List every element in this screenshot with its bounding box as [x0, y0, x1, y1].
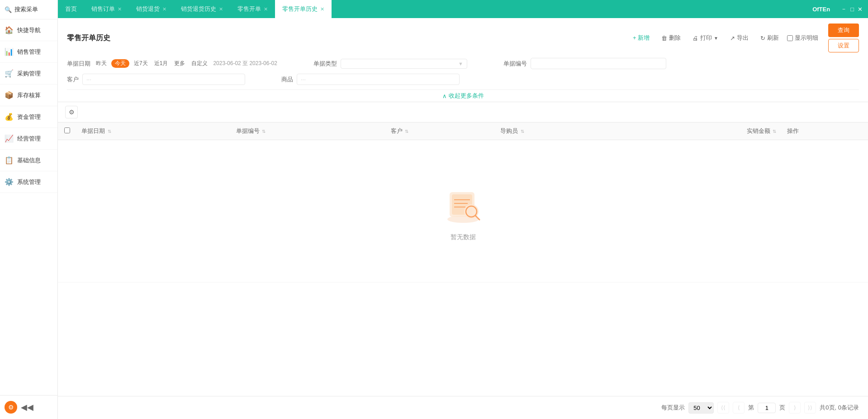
- sort-guide-icon[interactable]: ⇅: [521, 129, 524, 134]
- table-container: ⚙ 单据日期 ⇅ 单据编号 ⇅ 客户: [58, 102, 868, 396]
- header-checkbox-col: [58, 122, 76, 140]
- doc-icon: 📋: [5, 156, 14, 165]
- page-header: 零售开单历史 + 新增 🗑 删除 🖨 打印 ▼ ↗ 导出: [58, 18, 868, 102]
- tab-sales-return-history[interactable]: 销货退货历史 ✕: [174, 0, 230, 18]
- order-no-filter-label: 单据编号: [503, 60, 527, 68]
- tab-retail-history-close[interactable]: ✕: [320, 6, 324, 12]
- sidebar-item-label: 采购管理: [17, 70, 41, 78]
- per-page-label: 每页显示: [661, 404, 685, 412]
- sidebar-collapse-button[interactable]: ◀◀: [21, 402, 33, 412]
- tab-retail-open-close[interactable]: ✕: [264, 6, 268, 12]
- chart-icon: 📊: [5, 47, 14, 56]
- collapse-label: 收起更多条件: [449, 92, 484, 100]
- refresh-icon: ↻: [760, 35, 765, 42]
- page-title-row: 零售开单历史 + 新增 🗑 删除 🖨 打印 ▼ ↗ 导出: [67, 24, 859, 52]
- date-shortcut-custom[interactable]: 自定义: [190, 59, 209, 68]
- per-page-select[interactable]: 50 10 20 100: [688, 402, 714, 414]
- print-button[interactable]: 🖨 打印 ▼: [689, 32, 722, 44]
- sort-date-icon[interactable]: ⇅: [108, 129, 111, 134]
- customer-filter-label: 客户: [67, 75, 79, 84]
- sidebar-item-purchase-mgmt[interactable]: 🛒 采购管理: [0, 63, 57, 85]
- export-button[interactable]: ↗ 导出: [726, 32, 752, 44]
- print-icon: 🖨: [693, 35, 698, 42]
- sort-customer-icon[interactable]: ⇅: [405, 129, 408, 134]
- date-shortcut-7days[interactable]: 近7天: [132, 59, 150, 68]
- sidebar-item-sales-mgmt[interactable]: 📊 销售管理: [0, 41, 57, 63]
- sidebar-search[interactable]: 🔍 搜索采单: [0, 0, 57, 19]
- gear-icon: ⚙️: [5, 178, 14, 186]
- filter-row-1: 单据日期 昨天 今天 近7天 近1月 更多 自定义 2023-06-02 至 2…: [67, 58, 859, 69]
- last-page-button[interactable]: ⟩⟩: [804, 402, 816, 414]
- collapse-more[interactable]: ∧ 收起更多条件: [67, 89, 859, 102]
- export-label: 导出: [737, 34, 749, 42]
- tab-sales-return-close[interactable]: ✕: [162, 6, 166, 12]
- table-settings-button[interactable]: ⚙: [65, 106, 78, 118]
- first-page-button[interactable]: ⟨⟨: [717, 402, 729, 414]
- tab-sales-return-history-label: 销货退货历史: [181, 5, 216, 13]
- filter-area: 单据日期 昨天 今天 近7天 近1月 更多 自定义 2023-06-02 至 2…: [67, 58, 859, 102]
- date-shortcut-today[interactable]: 今天: [111, 59, 129, 68]
- sidebar-item-sys-mgmt[interactable]: ⚙️ 系统管理: [0, 171, 57, 193]
- refresh-button[interactable]: ↻ 刷新: [757, 32, 783, 44]
- customer-select[interactable]: ···: [82, 74, 245, 85]
- customer-placeholder: ···: [86, 76, 91, 83]
- sidebar-item-inventory[interactable]: 📦 库存核算: [0, 85, 57, 106]
- tab-sales-order[interactable]: 销售订单 ✕: [84, 0, 129, 18]
- date-shortcuts: 昨天 今天 近7天 近1月 更多 自定义: [94, 59, 209, 68]
- sidebar-item-label: 资金管理: [17, 113, 41, 121]
- tab-home[interactable]: 首页: [58, 0, 84, 18]
- display-detail-checkbox[interactable]: [787, 35, 793, 41]
- filter-date-item: 单据日期 昨天 今天 近7天 近1月 更多 自定义 2023-06-02 至 2…: [67, 59, 277, 68]
- table-toolbar: ⚙: [58, 102, 868, 122]
- prev-page-button[interactable]: ⟨: [733, 402, 745, 414]
- window-maximize-btn[interactable]: □: [850, 6, 854, 13]
- tab-retail-open[interactable]: 零售开单 ✕: [230, 0, 275, 18]
- display-detail-button[interactable]: 显示明细: [787, 34, 818, 42]
- next-page-button[interactable]: ⟩: [789, 402, 801, 414]
- select-all-checkbox[interactable]: [64, 127, 70, 133]
- filter-goods-item: 商品 ···: [281, 74, 460, 85]
- add-button[interactable]: + 新增: [629, 32, 653, 44]
- filter-customer-item: 客户 ···: [67, 74, 245, 85]
- sort-amount-icon[interactable]: ⇅: [773, 129, 776, 134]
- goods-select[interactable]: ···: [297, 74, 460, 85]
- delete-button[interactable]: 🗑 删除: [658, 32, 684, 44]
- filter-order-no-item: 单据编号: [503, 58, 666, 69]
- sidebar-item-base-info[interactable]: 📋 基础信息: [0, 150, 57, 171]
- box-icon: 📦: [5, 91, 14, 99]
- query-button[interactable]: 查询: [828, 24, 859, 37]
- sort-order-no-icon[interactable]: ⇅: [262, 129, 266, 134]
- sidebar-item-quick-nav[interactable]: 🏠 快捷导航: [0, 19, 57, 41]
- date-shortcut-1month[interactable]: 近1月: [152, 59, 170, 68]
- pagination: 每页显示 50 10 20 100 ⟨⟨ ⟨ 第 页 ⟩ ⟩⟩ 共0页, 0条记…: [58, 396, 868, 419]
- header-date: 单据日期 ⇅: [76, 122, 231, 140]
- setting-button[interactable]: 设置: [828, 39, 859, 52]
- tab-retail-history[interactable]: 零售开单历史 ✕: [275, 0, 332, 18]
- cart-icon: 🛒: [5, 69, 14, 78]
- add-label: + 新增: [633, 34, 650, 42]
- date-shortcut-more[interactable]: 更多: [172, 59, 187, 68]
- top-nav-right: OfTEn － □ ✕: [809, 5, 868, 13]
- page-number-input[interactable]: [758, 403, 776, 413]
- settings-button[interactable]: ⚙: [5, 401, 17, 414]
- sidebar-item-finance[interactable]: 💰 资金管理: [0, 106, 57, 128]
- type-select[interactable]: ▼: [341, 59, 467, 69]
- tab-retail-open-label: 零售开单: [237, 5, 261, 13]
- refresh-label: 刷新: [767, 34, 779, 42]
- display-detail-label: 显示明细: [795, 34, 818, 42]
- sidebar-item-label: 库存核算: [17, 91, 41, 99]
- sidebar: 🔍 搜索采单 🏠 快捷导航 📊 销售管理 🛒 采购管理 📦 库存核算 💰 资金管…: [0, 0, 58, 419]
- tab-sales-order-close[interactable]: ✕: [118, 6, 122, 12]
- tab-sales-return[interactable]: 销货退货 ✕: [129, 0, 174, 18]
- page-suffix: 页: [779, 404, 785, 412]
- empty-text: 暂无数据: [451, 233, 476, 241]
- tab-sales-return-history-close[interactable]: ✕: [219, 6, 223, 12]
- order-no-input[interactable]: [531, 58, 666, 69]
- chevron-up-icon: ∧: [442, 93, 447, 99]
- money-icon: 💰: [5, 113, 14, 121]
- window-close-btn[interactable]: ✕: [858, 6, 863, 13]
- window-minimize-btn[interactable]: －: [841, 5, 847, 13]
- date-shortcut-yesterday[interactable]: 昨天: [94, 59, 109, 68]
- sidebar-item-operations[interactable]: 📈 经营管理: [0, 128, 57, 150]
- empty-row: 暂无数据: [58, 140, 868, 282]
